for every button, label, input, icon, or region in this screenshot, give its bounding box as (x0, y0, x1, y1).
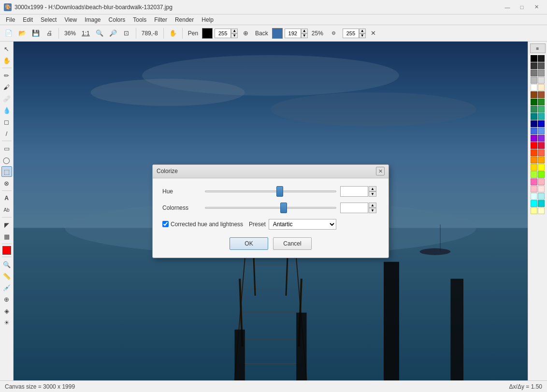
tool-line[interactable]: / (1, 128, 12, 139)
swatch-hotpink[interactable] (531, 178, 537, 185)
pen-extra-button[interactable]: ⊕ (240, 28, 251, 39)
colorness-slider-thumb[interactable] (280, 203, 287, 213)
tool-rect[interactable]: ▭ (1, 143, 12, 154)
fit-button[interactable]: ⊡ (121, 28, 132, 39)
corrected-label[interactable]: Corrected hue and lightness (171, 221, 243, 228)
tool-select[interactable]: ⬚ (1, 166, 12, 177)
swatch-blue2[interactable] (531, 128, 537, 134)
tool-dodge[interactable]: ☀ (1, 317, 12, 328)
swatch-gray3[interactable] (538, 70, 545, 76)
menu-file[interactable]: File (2, 15, 19, 25)
swatch-gray2[interactable] (531, 70, 537, 76)
swatch-darkgray2[interactable] (531, 62, 537, 69)
tool-eye[interactable]: 💉 (1, 282, 12, 293)
swatch-paleturquoise[interactable] (538, 193, 545, 200)
new-button[interactable]: 📄 (3, 28, 14, 39)
tool-text2[interactable]: Ab (1, 204, 12, 215)
swatch-lightpink1[interactable] (538, 178, 545, 185)
hue-slider-thumb[interactable] (276, 186, 283, 197)
menu-render[interactable]: Render (171, 15, 198, 25)
hue-value-input[interactable]: 210.7 (340, 186, 368, 197)
swatch-brown1[interactable] (531, 91, 537, 98)
swatch-blue1[interactable] (538, 120, 545, 127)
swatch-green2[interactable] (531, 106, 537, 113)
menu-image[interactable]: Image (81, 15, 104, 25)
menu-edit[interactable]: Edit (19, 15, 37, 25)
menu-colors[interactable]: Colors (105, 15, 130, 25)
swatch-purple1[interactable] (531, 135, 537, 142)
zoom-in-button[interactable]: 🔍 (94, 28, 105, 39)
swatch-darkgray1[interactable] (538, 55, 545, 62)
preset-select[interactable]: Antartic Arctic Desert Forest Sunset Cus… (269, 219, 336, 230)
menu-filter[interactable]: Filter (150, 15, 171, 25)
tool-sharpen[interactable]: ◈ (1, 305, 12, 316)
swatch-red1[interactable] (531, 142, 537, 149)
extra-btn[interactable]: ✕ (368, 28, 379, 39)
zoom-1to1[interactable]: 1:1 (80, 30, 92, 37)
swatch-gold[interactable] (531, 164, 537, 171)
brush-value-down[interactable]: ▼ (359, 33, 366, 38)
menu-select[interactable]: Select (37, 15, 60, 25)
swatch-lightyellow[interactable] (531, 207, 537, 214)
swatch-pink1[interactable] (531, 186, 537, 192)
back-color-swatch[interactable] (272, 28, 283, 39)
swatch-navy[interactable] (531, 120, 537, 127)
swatch-gray1[interactable] (538, 62, 545, 69)
swatch-orange1[interactable] (531, 149, 537, 156)
ok-button[interactable]: OK (230, 237, 268, 250)
maximize-button[interactable]: □ (515, 2, 529, 12)
tool-lasso[interactable]: ⊗ (1, 178, 12, 189)
menu-view[interactable]: View (60, 15, 81, 25)
hue-up-arrow[interactable]: ▲ (369, 186, 376, 191)
swatch-red2[interactable] (538, 142, 545, 149)
save-button[interactable]: 💾 (30, 28, 42, 39)
swatch-lime[interactable] (538, 171, 545, 178)
tool-shape[interactable]: ◤ (1, 219, 12, 230)
tool-fill[interactable]: 💧 (1, 105, 12, 116)
brush-value-input[interactable] (343, 29, 359, 38)
tool-smudge[interactable]: ⊕ (1, 294, 12, 305)
tool-brush[interactable]: 🖌 (1, 82, 12, 92)
back-value-up[interactable]: ▲ (301, 29, 308, 33)
zoom-out-button[interactable]: 🔎 (107, 28, 119, 39)
pen-value-up[interactable]: ▲ (231, 29, 238, 33)
swatch-green1[interactable] (538, 99, 545, 105)
close-button[interactable]: ✕ (530, 2, 543, 12)
swatch-black[interactable] (531, 55, 537, 62)
swatch-green3[interactable] (538, 106, 545, 113)
tool-pointer[interactable]: ↖ (1, 44, 12, 54)
foreground-color[interactable] (2, 246, 11, 255)
pen-color-swatch[interactable] (202, 28, 213, 39)
swatch-cream2[interactable] (538, 207, 545, 214)
menu-tools[interactable]: Tools (129, 15, 150, 25)
back-value-input[interactable]: 192 (285, 29, 301, 38)
tool-text[interactable]: A (1, 193, 12, 203)
swatch-chartreuse[interactable] (531, 171, 537, 178)
swatch-lightgray1[interactable] (531, 77, 537, 84)
dialog-close-button[interactable]: ✕ (376, 167, 385, 175)
swatch-lightcyan[interactable] (531, 193, 537, 200)
swatch-teal2[interactable] (538, 113, 545, 120)
colorness-down-arrow[interactable]: ▼ (369, 208, 376, 213)
tool-clone[interactable]: 🩹 (1, 93, 12, 104)
back-value-down[interactable]: ▼ (301, 33, 308, 38)
tool-move[interactable]: ✋ (1, 55, 12, 66)
colorness-value-input[interactable]: 0.659 (340, 203, 368, 213)
pen-value-down[interactable]: ▼ (231, 33, 238, 38)
print-button[interactable]: 🖨 (43, 28, 55, 39)
menu-help[interactable]: Help (198, 15, 217, 25)
swatch-cream[interactable] (538, 84, 545, 91)
tool-pen[interactable]: ✏ (1, 70, 12, 81)
swatch-orange2[interactable] (538, 149, 545, 156)
tool-eraser[interactable]: ◻ (1, 116, 12, 127)
colorness-up-arrow[interactable]: ▲ (369, 203, 376, 208)
pen-value-input[interactable]: 255 (215, 29, 231, 38)
swatch-blue3[interactable] (538, 128, 545, 134)
swatch-mistyrose[interactable] (538, 186, 545, 192)
cancel-button[interactable]: Cancel (273, 237, 312, 250)
hue-down-arrow[interactable]: ▼ (369, 191, 376, 197)
tool-ellipse[interactable]: ◯ (1, 155, 12, 165)
palette-menu-button[interactable]: ≡ (530, 44, 546, 53)
canvas-area[interactable]: Colorize ✕ Hue 210.7 (14, 42, 528, 380)
swatch-darkgreen[interactable] (531, 99, 537, 105)
